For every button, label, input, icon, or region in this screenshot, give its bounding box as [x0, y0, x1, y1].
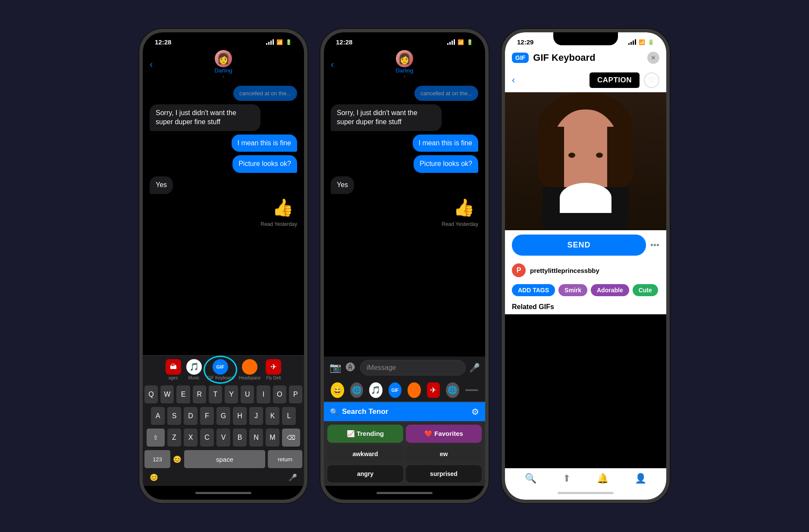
awkward-btn[interactable]: awkward: [327, 445, 403, 463]
key-z[interactable]: Z: [167, 429, 181, 447]
back-button-1[interactable]: ‹: [150, 59, 153, 70]
search-nav-icon[interactable]: 🔍: [525, 473, 536, 484]
gif-preview: [505, 92, 666, 230]
app-item-gif-keyboard[interactable]: GIF GIF Keyboard: [207, 359, 234, 380]
key-s[interactable]: S: [167, 407, 181, 425]
caption-button[interactable]: CAPTION: [590, 72, 640, 88]
person-nav-icon[interactable]: 👤: [635, 473, 646, 484]
key-delete[interactable]: ⌫: [282, 429, 300, 447]
filter-icon[interactable]: ⚙: [471, 407, 479, 417]
angry-btn[interactable]: angry: [327, 465, 403, 482]
gif-app-2[interactable]: GIF: [389, 382, 402, 398]
key-y[interactable]: Y: [225, 385, 238, 404]
keyboard-row-1: Q W E R T Y U I O P: [144, 385, 302, 404]
key-u[interactable]: U: [241, 385, 254, 404]
key-m[interactable]: M: [266, 429, 279, 447]
key-i[interactable]: I: [257, 385, 270, 404]
key-n[interactable]: N: [249, 429, 263, 447]
thumbs-up-2: 👍: [453, 197, 475, 218]
key-f[interactable]: F: [200, 407, 214, 425]
key-t[interactable]: T: [209, 385, 222, 404]
gif-back-button[interactable]: ‹: [512, 75, 515, 86]
cut-message-2: cancelled at on the...: [414, 86, 478, 101]
key-c[interactable]: C: [200, 429, 214, 447]
gif-close-button[interactable]: ✕: [647, 52, 659, 64]
avatar-1: 👩: [215, 50, 232, 67]
heart-button[interactable]: ♡: [644, 72, 659, 88]
key-123[interactable]: 123: [144, 450, 170, 468]
status-icons-1: 📶 🔋: [266, 39, 292, 45]
fly-delta-app-2[interactable]: ✈: [427, 382, 440, 398]
surprised-btn[interactable]: surprised: [406, 465, 482, 482]
app-item-fly-delta[interactable]: ✈ Fly Delt: [266, 359, 281, 380]
headspace-app-2[interactable]: [408, 382, 421, 398]
add-tags-button[interactable]: ADD TAGS: [512, 284, 555, 296]
phone-1: 12:28 📶 🔋 ‹ 👩: [139, 29, 307, 503]
key-a[interactable]: A: [151, 407, 165, 425]
user-avatar: P: [512, 263, 526, 277]
globe-app-2[interactable]: 🌐: [446, 382, 459, 398]
app-label-music: Music: [188, 376, 200, 380]
mic-icon-2[interactable]: 🎤: [469, 363, 480, 373]
more-options-button[interactable]: •••: [650, 240, 659, 250]
emoji-key[interactable]: 😊: [173, 450, 182, 468]
music-app-2[interactable]: 🎵: [369, 382, 383, 398]
key-l[interactable]: L: [282, 407, 296, 425]
trending-btn[interactable]: 📈 Trending: [327, 425, 403, 443]
cute-tag[interactable]: Cute: [633, 284, 658, 296]
key-space[interactable]: space: [184, 450, 265, 468]
adorable-tag[interactable]: Adorable: [591, 284, 629, 296]
key-p[interactable]: P: [289, 385, 302, 404]
msg-received-2: Yes: [150, 176, 173, 194]
msg-sent-p2-1: I mean this is fine: [413, 135, 479, 152]
status-icons-2: 📶 🔋: [447, 39, 473, 45]
app-label-fly-delta: Fly Delt: [266, 376, 281, 380]
key-shift[interactable]: ⇧: [147, 429, 165, 447]
key-g[interactable]: G: [216, 407, 230, 425]
key-k[interactable]: K: [266, 407, 279, 425]
key-e[interactable]: E: [176, 385, 190, 404]
camera-icon[interactable]: 📷: [329, 362, 341, 373]
gif-search-input[interactable]: Search Tenor: [342, 407, 468, 416]
msg-received-1: Sorry, I just didn't want the super dupe…: [150, 104, 260, 131]
apps-icon[interactable]: 🅐: [345, 362, 357, 373]
share-nav-icon[interactable]: ⬆: [563, 473, 571, 484]
key-o[interactable]: O: [273, 385, 286, 404]
key-b[interactable]: B: [233, 429, 247, 447]
music-icon: 🎵: [186, 359, 202, 375]
key-r[interactable]: R: [193, 385, 206, 404]
memoji-app[interactable]: 😄: [331, 382, 344, 398]
app-item-images[interactable]: 🏔 ages: [166, 359, 181, 380]
keyboard-row-3: ⇧ Z X C V B N M ⌫: [144, 429, 302, 447]
gif-ring: [204, 356, 237, 384]
key-j[interactable]: J: [249, 407, 263, 425]
ew-btn[interactable]: ew: [406, 445, 482, 463]
smirk-tag[interactable]: Smirk: [558, 284, 587, 296]
key-h[interactable]: H: [233, 407, 247, 425]
angry-label: angry: [357, 470, 373, 477]
gif-girl-image: [505, 92, 666, 230]
gif-badge: GIF: [512, 53, 529, 63]
surprised-label: surprised: [430, 470, 458, 477]
key-q[interactable]: Q: [144, 385, 158, 404]
emoji-icon: 😊: [150, 473, 158, 482]
key-x[interactable]: X: [184, 429, 198, 447]
app-item-music[interactable]: 🎵 Music: [186, 359, 202, 380]
contact-info-1[interactable]: 👩 Darling ›: [214, 50, 232, 79]
chat-area-1: cancelled at on the... Sorry, I just did…: [143, 82, 304, 355]
key-v[interactable]: V: [216, 429, 230, 447]
message-input-2[interactable]: iMessage: [360, 360, 466, 376]
bell-nav-icon[interactable]: 🔔: [597, 473, 608, 484]
back-button-2[interactable]: ‹: [331, 59, 334, 70]
contact-info-2[interactable]: 👩 Darling ›: [395, 50, 413, 79]
key-d[interactable]: D: [184, 407, 198, 425]
phone-2: 12:28 📶 🔋 ‹ 👩: [320, 29, 489, 503]
nav-bar-2: ‹ 👩 Darling ›: [324, 47, 485, 82]
favorites-btn[interactable]: ❤️ Favorites: [406, 425, 482, 443]
send-button[interactable]: SEND: [512, 235, 646, 256]
key-return[interactable]: return: [268, 450, 302, 468]
globe-app[interactable]: 🌐: [350, 382, 364, 398]
app-item-headspace[interactable]: Headspace: [239, 359, 261, 380]
gif-search-bar: 🔍 Search Tenor ⚙: [324, 402, 485, 421]
key-w[interactable]: W: [160, 385, 174, 404]
